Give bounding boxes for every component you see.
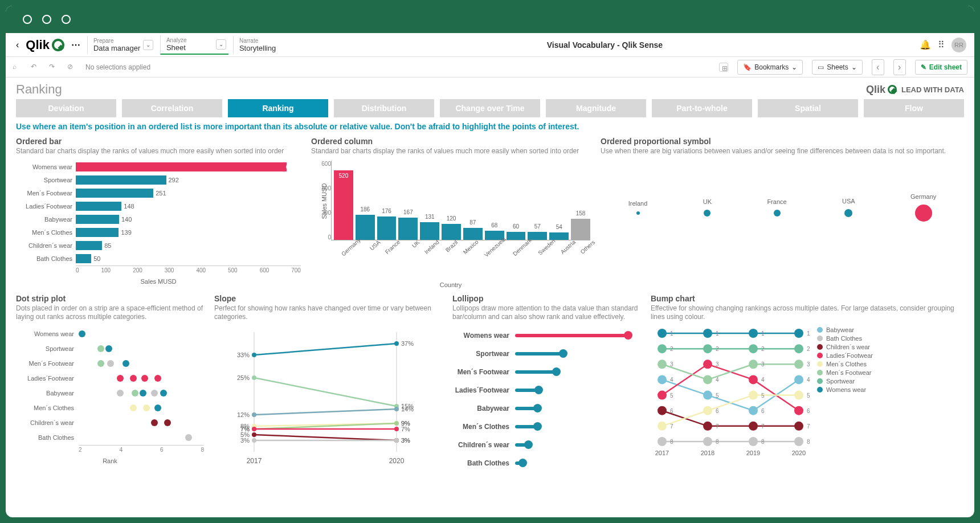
svg-text:7: 7	[716, 423, 719, 430]
svg-point-44	[658, 375, 667, 384]
svg-point-72	[658, 329, 667, 338]
legend-item[interactable]: Ladies´Footwear	[817, 352, 873, 359]
grid-icon[interactable]: ⠿	[936, 39, 947, 51]
bar-row[interactable]: Men´s Clothes139	[16, 226, 301, 239]
svg-point-67	[794, 359, 803, 369]
legend-item[interactable]: Womens wear	[817, 386, 873, 393]
category-tabs: DeviationCorrelationRankingDistributionC…	[16, 99, 964, 117]
chart-ordered-column: Ordered column Standard bar charts displ…	[311, 137, 590, 288]
svg-text:3%: 3%	[240, 437, 250, 444]
bubble[interactable]: France	[767, 198, 786, 216]
tab-change-over-time[interactable]: Change over Time	[440, 99, 540, 117]
svg-point-71	[794, 344, 803, 353]
svg-point-8	[252, 375, 256, 380]
svg-text:8: 8	[807, 439, 810, 445]
svg-point-48	[658, 437, 667, 446]
svg-text:2020: 2020	[792, 450, 806, 456]
lollipop-row[interactable]: Ladies´Footwear	[452, 381, 640, 399]
svg-text:1: 1	[807, 330, 810, 337]
tab-part-to-whole[interactable]: Part-to-whole	[652, 99, 752, 117]
prev-sheet[interactable]: ‹	[872, 59, 884, 75]
next-sheet[interactable]: ›	[893, 59, 906, 75]
overflow-menu[interactable]: ⋯	[69, 37, 83, 52]
bar-row[interactable]: Womens wear681	[16, 161, 301, 173]
bookmarks-dropdown[interactable]: 🔖Bookmarks⌄	[737, 60, 803, 75]
top-toolbar: ‹ Qlik ⋯ PrepareData manager⌄ AnalyzeShe…	[6, 33, 974, 57]
search-selection-icon[interactable]: ⌕	[13, 63, 22, 72]
legend-item[interactable]: Bath Clothes	[817, 335, 873, 342]
legend-item[interactable]: Babywear	[817, 326, 873, 333]
svg-text:5: 5	[716, 392, 719, 398]
bar-row[interactable]: Babywear140	[16, 213, 301, 226]
window-control-close[interactable]	[23, 15, 32, 24]
svg-point-39	[394, 438, 399, 443]
back-button[interactable]: ‹	[14, 38, 21, 52]
svg-point-62	[749, 390, 758, 399]
bar-row[interactable]: Men´s Footwear251	[16, 187, 301, 199]
svg-text:1: 1	[670, 330, 673, 337]
window-control-min[interactable]	[42, 15, 51, 24]
lollipop-row[interactable]: Sportwear	[452, 345, 640, 363]
bubble[interactable]: Ireland	[628, 200, 648, 215]
bump-legend: BabywearBath ClothesChildren´s wearLadie…	[817, 326, 873, 457]
nav-analyze[interactable]: AnalyzeSheet⌄	[160, 35, 228, 55]
page-title: Ranking	[16, 82, 62, 97]
svg-point-60	[658, 422, 667, 431]
edit-sheet-button[interactable]: ✎Edit sheet	[915, 60, 967, 75]
bubble[interactable]: USA	[842, 198, 855, 217]
tab-correlation[interactable]: Correlation	[122, 99, 222, 117]
tab-flow[interactable]: Flow	[864, 99, 964, 117]
column-bar[interactable]: 520	[334, 170, 353, 239]
step-fwd-icon[interactable]: ↷	[49, 63, 58, 72]
svg-text:2017: 2017	[247, 457, 262, 465]
lollipop-row[interactable]: Womens wear	[452, 326, 640, 345]
svg-text:3: 3	[807, 361, 810, 367]
bar-row[interactable]: Children´s wear85	[16, 239, 301, 252]
lollipop-row[interactable]: Bath Clothes	[452, 454, 640, 472]
tab-magnitude[interactable]: Magnitude	[546, 99, 646, 117]
sheets-dropdown[interactable]: ▭Sheets⌄	[812, 60, 862, 75]
legend-item[interactable]: Sportwear	[817, 378, 873, 385]
lollipop-row[interactable]: Children´s wear	[452, 436, 640, 454]
svg-line-7	[254, 378, 397, 406]
legend-item[interactable]: Men´s Clothes	[817, 361, 873, 367]
bubble[interactable]: UK	[703, 198, 712, 216]
lollipop-row[interactable]: Men´s Footwear	[452, 363, 640, 381]
bubble[interactable]: Germany	[910, 193, 936, 222]
svg-text:1: 1	[761, 330, 765, 337]
bar-row[interactable]: Sportwear292	[16, 174, 301, 186]
bar-row[interactable]: Bath Clothes50	[16, 252, 301, 265]
bar-row[interactable]: Ladies´Footwear148	[16, 200, 301, 213]
clear-icon[interactable]: ⊘	[67, 63, 76, 72]
tab-deviation[interactable]: Deviation	[16, 99, 116, 117]
tab-spatial[interactable]: Spatial	[758, 99, 858, 117]
avatar[interactable]: RR	[952, 38, 966, 52]
svg-text:6: 6	[716, 407, 719, 414]
lollipop-row[interactable]: Babywear	[452, 399, 640, 418]
nav-narrate[interactable]: NarrateStorytelling	[233, 36, 290, 54]
step-back-icon[interactable]: ↶	[31, 63, 40, 72]
svg-text:25%: 25%	[237, 374, 250, 381]
legend-item[interactable]: Children´s wear	[817, 344, 873, 350]
no-selections-text: No selections applied	[85, 63, 150, 71]
tab-ranking[interactable]: Ranking	[228, 99, 328, 117]
lollipop-row[interactable]: Men´s Clothes	[452, 418, 640, 436]
svg-point-4	[394, 341, 399, 346]
svg-text:2: 2	[716, 346, 719, 352]
svg-text:6: 6	[761, 407, 765, 414]
chart-dot-strip: Dot strip plot Dots placed in order on a…	[16, 294, 204, 472]
category-description: Use where an item's position in an order…	[16, 122, 964, 131]
svg-point-13	[252, 412, 256, 417]
bell-icon[interactable]: 🔔	[920, 39, 931, 51]
tab-distribution[interactable]: Distribution	[334, 99, 434, 117]
svg-text:3: 3	[670, 361, 673, 367]
svg-text:2020: 2020	[389, 457, 405, 465]
svg-point-75	[794, 329, 803, 338]
svg-text:12%: 12%	[237, 411, 250, 418]
insight-icon[interactable]: ⊞	[719, 63, 728, 72]
svg-line-2	[254, 344, 397, 355]
window-control-max[interactable]	[62, 15, 71, 24]
column-bar[interactable]: 167	[398, 218, 418, 240]
legend-item[interactable]: Men´s Footwear	[817, 369, 873, 376]
nav-prepare[interactable]: PrepareData manager⌄	[87, 36, 156, 54]
